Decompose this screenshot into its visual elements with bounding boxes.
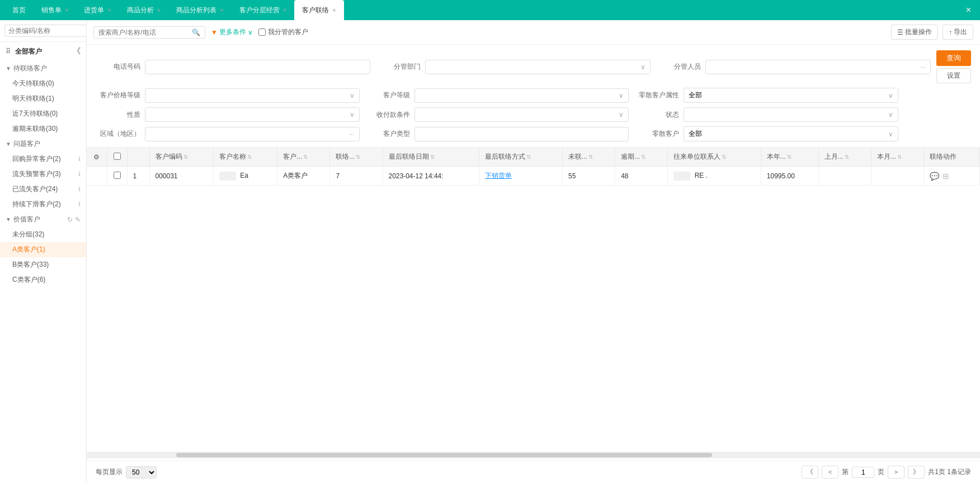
nav-product-analysis-close[interactable]: × (157, 7, 161, 13)
chat-action-icon[interactable]: 💬 (930, 172, 939, 181)
sidebar-item-c-class[interactable]: C类客户(6) (0, 272, 86, 287)
top-nav: 首页 销售单 × 进货单 × 商品分析 × 商品分析列表 × 客户分层经营 × … (0, 0, 980, 20)
sidebar-item-today[interactable]: 今天待联络(0) (0, 76, 86, 91)
value-triangle: ▼ (6, 216, 11, 222)
prev-page-button[interactable]: ＜ (822, 466, 838, 479)
sidebar-all-customers[interactable]: ⠿ 全部客户 《 (0, 42, 86, 61)
filter-search-icon[interactable]: 🔍 (192, 29, 200, 36)
filter-payment-input[interactable]: ∨ (414, 107, 629, 122)
collapse-icon[interactable]: 《 (73, 46, 81, 56)
filter-person-input[interactable]: ··· (705, 60, 931, 74)
sort-icon-date: ⇅ (430, 154, 435, 160)
nav-purchase-close[interactable]: × (107, 7, 111, 13)
batch-operation-button[interactable]: ☰ 批量操作 (891, 25, 938, 40)
customer-level-dropdown-arrow: ∨ (619, 92, 624, 100)
th-this-year[interactable]: 本年... ⇅ (761, 148, 818, 167)
sidebar-item-7days[interactable]: 近7天待联络(0) (0, 106, 86, 121)
nav-customer-contact-close[interactable]: × (332, 7, 336, 13)
filter-nature-input[interactable]: ∨ (145, 107, 360, 122)
sidebar-item-repurchase-abnormal[interactable]: 回购异常客户(2) ℹ (0, 151, 86, 167)
nav-customer-segment[interactable]: 客户分层经营 × (232, 0, 294, 20)
sidebar-item-tomorrow[interactable]: 明天待联络(1) (0, 91, 86, 106)
nav-customer-contact[interactable]: 客户联络 × (294, 0, 343, 20)
nav-product-analysis-list[interactable]: 商品分析列表 × (168, 0, 231, 20)
last-page-button[interactable]: 》 (908, 466, 925, 479)
select-all-checkbox[interactable] (114, 153, 121, 160)
grid-action-icon[interactable]: ⊞ (943, 172, 949, 181)
th-last-contact-method[interactable]: 最后联络方式 ⇅ (479, 148, 562, 167)
sidebar-search-input[interactable] (4, 25, 87, 37)
filter-customer-type-input[interactable] (414, 127, 629, 141)
my-customers-checkbox[interactable] (258, 29, 266, 36)
settings-icon[interactable]: ⚙ (93, 153, 100, 161)
filter-price-level-input[interactable]: ∨ (145, 88, 360, 103)
filter-phone-input[interactable] (145, 60, 370, 74)
sidebar-value-header[interactable]: ▼ 价值客户 ↻ ✎ (0, 212, 86, 227)
refresh-icon[interactable]: ↻ (67, 216, 73, 224)
page-size-select[interactable]: 50 100 200 (126, 466, 157, 479)
problem-triangle: ▼ (6, 141, 11, 147)
horizontal-scrollbar[interactable] (87, 452, 980, 458)
filter-department-input[interactable]: ∨ (425, 60, 651, 74)
nav-sales-close[interactable]: × (65, 7, 68, 13)
th-unit-contact[interactable]: 往来单位联系人 ⇅ (668, 148, 761, 167)
th-name[interactable]: 客户名称 ⇅ (213, 148, 277, 167)
th-code[interactable]: 客户编码 ⇅ (149, 148, 213, 167)
nav-product-analysis[interactable]: 商品分析 × (119, 0, 168, 20)
sidebar-item-churned[interactable]: 已流失客户(24) ℹ (0, 182, 86, 197)
filter-department-field: 分管部门 ∨ (376, 60, 651, 74)
nav-product-analysis-list-close[interactable]: × (220, 7, 223, 13)
sidebar-item-b-class[interactable]: B类客户(33) (0, 257, 86, 272)
filter-customer-level-input[interactable]: ∨ (414, 88, 629, 103)
nav-customer-segment-close[interactable]: × (283, 7, 286, 13)
edit-icon[interactable]: ✎ (75, 216, 81, 224)
filter-more-conditions[interactable]: ▼ 更多条件 ∨ (211, 27, 253, 37)
content-area: 🔍 ▼ 更多条件 ∨ 我分管的客户 ☰ 批量操作 ↑ 导出 (87, 20, 980, 483)
filter-search-input[interactable] (98, 29, 192, 36)
filter-customer-level-field: 客户等级 ∨ (365, 88, 629, 103)
th-not-contacted[interactable]: 未联... ⇅ (563, 148, 615, 167)
sidebar-item-ungrouped[interactable]: 未分组(32) (0, 227, 86, 242)
scroll-thumb[interactable] (176, 453, 712, 457)
td-this-year: 10995.00 (761, 167, 818, 186)
sidebar-item-declining[interactable]: 持续下滑客户(2) ℹ (0, 197, 86, 212)
td-name: Ea (213, 167, 277, 186)
sidebar-problem-header[interactable]: ▼ 问题客户 (0, 136, 86, 151)
th-contact[interactable]: 联络... ⇅ (330, 148, 383, 167)
next-page-button[interactable]: ＞ (888, 466, 904, 479)
nav-sales[interactable]: 销售单 × (34, 0, 76, 20)
payment-dropdown-arrow: ∨ (619, 111, 624, 119)
nav-purchase[interactable]: 进货单 × (76, 0, 119, 20)
page-number-input[interactable] (852, 467, 874, 478)
main-layout: 🔍 ⠿ 全部客户 《 ▼ 待联络客户 今天待联络(0) 明天待联络(1) 近7天… (0, 20, 980, 483)
first-page-button[interactable]: 《 (802, 466, 818, 479)
sort-icon-unit-contact: ⇅ (722, 154, 726, 160)
filter-retail-customer-input[interactable]: 全部 ∨ (684, 126, 898, 141)
row-checkbox[interactable] (114, 172, 121, 179)
th-settings[interactable]: ⚙ (87, 148, 107, 167)
advanced-filters: 电话号码 分管部门 ∨ 分管人员 ··· (87, 45, 980, 148)
sidebar-item-churn-warning[interactable]: 流失预警客户(3) ℹ (0, 167, 86, 182)
settings-button[interactable]: 设置 (936, 68, 971, 83)
sidebar-item-a-class[interactable]: A类客户(1) (0, 242, 86, 257)
th-this-month[interactable]: 本月... ⇅ (871, 148, 924, 167)
td-last-month (818, 167, 871, 186)
search-button[interactable]: 查询 (936, 50, 971, 66)
window-close-button[interactable]: × (962, 5, 976, 15)
chevron-down-icon: ∨ (248, 29, 253, 36)
filter-status-input[interactable]: ∨ (684, 107, 898, 122)
price-level-dropdown-arrow: ∨ (350, 92, 355, 100)
th-last-contact-date[interactable]: 最后联络日期 ⇅ (383, 148, 479, 167)
th-level[interactable]: 客户... ⇅ (277, 148, 330, 167)
sidebar-pending-header[interactable]: ▼ 待联络客户 (0, 61, 86, 76)
filter-region-input[interactable]: ··· (145, 127, 360, 141)
contact-method-link[interactable]: 下销货单 (485, 172, 512, 179)
export-button[interactable]: ↑ 导出 (943, 25, 973, 40)
td-last-contact-method: 下销货单 (479, 167, 562, 186)
sort-icon-level: ⇅ (303, 154, 308, 160)
sidebar-item-overdue[interactable]: 逾期未联络(30) (0, 121, 86, 136)
th-overdue[interactable]: 逾期... ⇅ (615, 148, 668, 167)
nav-home[interactable]: 首页 (4, 0, 34, 20)
th-last-month[interactable]: 上月... ⇅ (818, 148, 871, 167)
filter-retail-attr-input[interactable]: 全部 ∨ (684, 88, 898, 103)
